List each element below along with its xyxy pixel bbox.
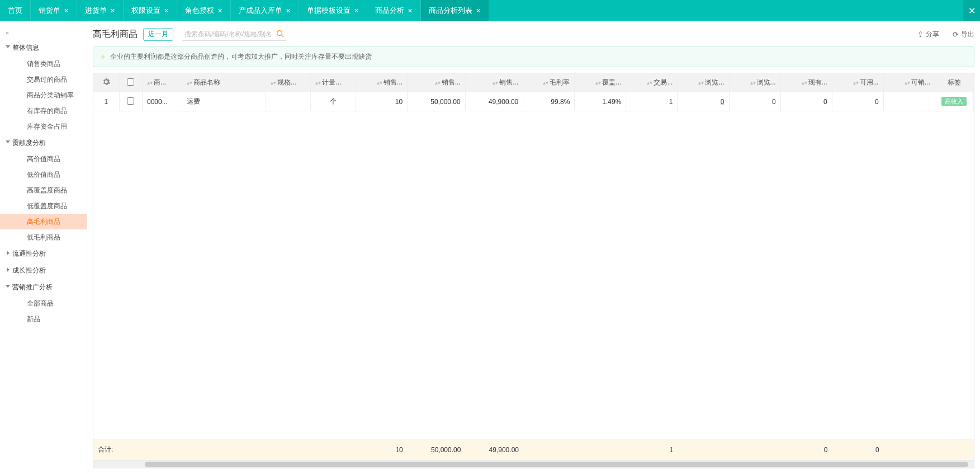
sidebar-item-1-0[interactable]: 高价值商品 [0, 151, 87, 167]
col-code[interactable]: ▴▾商... [142, 73, 182, 92]
cell-gross: 49,900.00 [465, 92, 523, 111]
sidebar-group-2[interactable]: 流通性分析 [0, 245, 87, 262]
sort-icon: ▴▾ [377, 81, 382, 85]
svg-point-0 [277, 30, 282, 35]
sidebar-group-4[interactable]: 营销推广分析 [0, 279, 87, 295]
share-button[interactable]: ⇪ 分享 [917, 30, 939, 39]
sidebar-item-1-4[interactable]: 高毛利商品 [0, 214, 87, 229]
col-name[interactable]: ▴▾商品名称 [182, 73, 266, 92]
tab-4[interactable]: 角色授权✕ [177, 0, 231, 21]
content-header: 高毛利商品 近一月 ⇪ 分享 ⟳ 导出 [93, 21, 974, 46]
sidebar-collapse-toggle[interactable]: « [0, 26, 87, 39]
tab-0[interactable]: 首页 [0, 0, 31, 21]
col-view2[interactable]: ▴▾浏览... [729, 73, 780, 92]
cell-spec [266, 92, 311, 111]
sidebar-group-3[interactable]: 成长性分析 [0, 262, 87, 279]
close-icon[interactable]: ✕ [408, 7, 413, 15]
tab-7[interactable]: 商品分析✕ [367, 0, 421, 21]
tab-1[interactable]: 销货单✕ [31, 0, 77, 21]
tab-label: 产成品入库单 [239, 6, 282, 16]
close-icon[interactable]: ✕ [64, 7, 69, 15]
sidebar-item-0-3[interactable]: 有库存的商品 [0, 103, 87, 119]
col-tag[interactable]: 标签 [935, 73, 973, 92]
tab-label: 商品分析 [375, 6, 404, 16]
row-checkbox-cell[interactable] [119, 92, 142, 111]
export-icon: ⟳ [953, 30, 959, 39]
table-wrapper: ▴▾商... ▴▾商品名称 ▴▾规格... ▴▾计量... ▴▾销售... ▴▾… [93, 73, 974, 439]
col-gross[interactable]: ▴▾销售... [465, 73, 523, 92]
svg-line-1 [282, 35, 284, 37]
tab-label: 单据模板设置 [307, 6, 351, 16]
sort-icon: ▴▾ [595, 81, 601, 85]
tab-6[interactable]: 单据模板设置✕ [299, 0, 367, 21]
close-icon[interactable]: ✕ [354, 7, 359, 15]
col-spec[interactable]: ▴▾规格... [266, 73, 311, 92]
col-avail[interactable]: ▴▾可用... [832, 73, 883, 92]
sidebar-item-1-3[interactable]: 低覆盖度商品 [0, 198, 87, 214]
tab-label: 角色授权 [185, 6, 214, 16]
sidebar-item-4-0[interactable]: 全部商品 [0, 295, 87, 311]
tab-3[interactable]: 权限设置✕ [124, 0, 177, 21]
search-wrapper [182, 29, 286, 41]
close-icon[interactable]: ✕ [217, 7, 222, 15]
close-icon[interactable]: ✕ [164, 7, 169, 15]
close-icon[interactable]: ✕ [110, 7, 115, 15]
cell-view1[interactable]: 0 [678, 92, 729, 111]
close-icon[interactable]: ✕ [476, 7, 481, 15]
share-icon: ⇪ [917, 30, 924, 39]
sidebar-item-4-1[interactable]: 新品 [0, 311, 87, 327]
sidebar-item-1-5[interactable]: 低毛利商品 [0, 229, 87, 245]
summary-trades: 1 [626, 439, 678, 460]
sidebar-item-0-2[interactable]: 商品分类动销率 [0, 87, 87, 103]
sidebar: « 整体信息销售类商品交易过的商品商品分类动销率有库存的商品库存资金占用贡献度分… [0, 21, 87, 474]
tab-8[interactable]: 商品分析列表✕ [421, 0, 489, 21]
col-cover[interactable]: ▴▾覆盖... [575, 73, 626, 92]
sidebar-item-0-1[interactable]: 交易过的商品 [0, 72, 87, 87]
col-margin[interactable]: ▴▾毛利率 [523, 73, 575, 92]
gear-column-header[interactable] [93, 73, 119, 92]
col-trades[interactable]: ▴▾交易... [626, 73, 678, 92]
sort-icon: ▴▾ [493, 81, 498, 85]
tab-bar-close-button[interactable]: ✕ [963, 0, 980, 21]
tab-label: 权限设置 [131, 6, 160, 16]
sidebar-item-1-1[interactable]: 低价值商品 [0, 167, 87, 182]
sidebar-group-0[interactable]: 整体信息 [0, 39, 87, 56]
sort-icon: ▴▾ [647, 81, 652, 85]
sidebar-item-0-0[interactable]: 销售类商品 [0, 56, 87, 72]
col-stock[interactable]: ▴▾现有... [780, 73, 832, 92]
cell-stock: 0 [780, 92, 832, 111]
top-tab-bar: 首页销货单✕进货单✕权限设置✕角色授权✕产成品入库单✕单据模板设置✕商品分析✕商… [0, 0, 980, 21]
sort-icon: ▴▾ [750, 81, 756, 85]
col-sellable[interactable]: ▴▾可销... [883, 73, 935, 92]
bulb-icon: ✧ [100, 53, 106, 61]
summary-row: 合计: 10 50,000.00 49,900.00 1 0 0 [93, 439, 974, 461]
sidebar-group-1[interactable]: 贡献度分析 [0, 134, 87, 151]
sidebar-item-0-4[interactable]: 库存资金占用 [0, 119, 87, 134]
col-amt[interactable]: ▴▾销售... [408, 73, 466, 92]
cell-amt: 50,000.00 [408, 92, 466, 111]
select-all-checkbox[interactable] [127, 78, 134, 86]
sort-icon: ▴▾ [905, 81, 910, 85]
scrollbar-thumb[interactable] [145, 462, 968, 467]
sort-icon: ▴▾ [698, 81, 704, 85]
view-link[interactable]: 0 [721, 98, 725, 106]
select-all-header[interactable] [119, 73, 142, 92]
tab-2[interactable]: 进货单✕ [77, 0, 124, 21]
cell-qty: 10 [356, 92, 408, 111]
col-qty[interactable]: ▴▾销售... [356, 73, 408, 92]
col-view1[interactable]: ▴▾浏览... [678, 73, 729, 92]
data-table: ▴▾商... ▴▾商品名称 ▴▾规格... ▴▾计量... ▴▾销售... ▴▾… [93, 73, 974, 111]
col-unit[interactable]: ▴▾计量... [311, 73, 356, 92]
horizontal-scrollbar[interactable] [93, 461, 974, 468]
row-checkbox[interactable] [127, 97, 134, 105]
date-range-chip[interactable]: 近一月 [143, 28, 173, 41]
tip-bar: ✧ 企业的主要利润都是这部分商品创造的，可考虑加大推广，同时关注库存量不要出现缺… [93, 46, 974, 67]
export-button[interactable]: ⟳ 导出 [953, 30, 974, 39]
tab-label: 进货单 [85, 6, 107, 16]
close-icon[interactable]: ✕ [286, 7, 291, 15]
search-input[interactable] [184, 30, 274, 38]
sidebar-item-1-2[interactable]: 高覆盖度商品 [0, 182, 87, 198]
search-icon[interactable] [276, 30, 284, 39]
cell-trades: 1 [626, 92, 678, 111]
tab-5[interactable]: 产成品入库单✕ [231, 0, 299, 21]
